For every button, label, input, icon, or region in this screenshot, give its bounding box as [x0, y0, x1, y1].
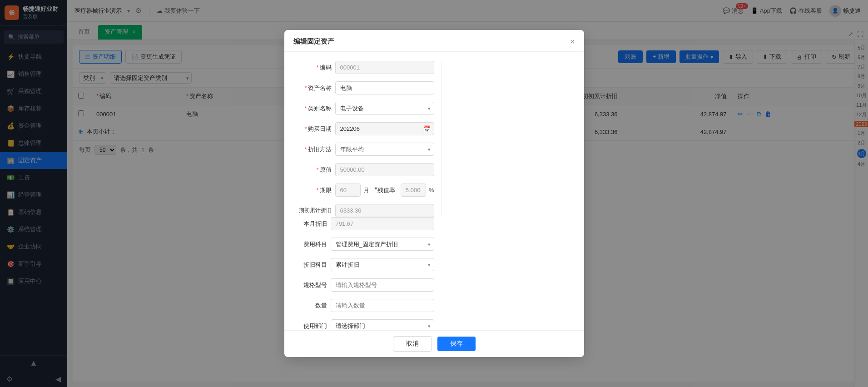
period-residual-row: 月 *残值率 % [335, 184, 434, 197]
cancel-button[interactable]: 取消 [393, 336, 432, 352]
form-grid: *编码 *资产名称 *类别名称 [295, 61, 573, 330]
form-item-category: *类别名称 电子设备 [295, 102, 434, 115]
form-item-purchase-date: *购买日期 📅 [295, 122, 434, 135]
form-item-initial-dep: 期初累计折旧 [295, 204, 434, 217]
dept-label: 使用部门 [295, 322, 327, 330]
original-value-input[interactable] [335, 163, 434, 176]
form-item-quantity: 数量 [295, 299, 434, 312]
form-item-original-value: *原值 [295, 163, 434, 176]
dep-subject-wrapper[interactable]: 累计折旧 [331, 258, 434, 271]
calendar-icon[interactable]: 📅 [423, 125, 431, 133]
original-value-label: *原值 [295, 166, 332, 174]
form-item-code: *编码 [295, 61, 434, 74]
form-item-dept: 使用部门 请选择部门 [295, 319, 434, 330]
dialog-header: 编辑固定资产 × [284, 30, 584, 52]
code-input[interactable] [335, 61, 434, 74]
dept-wrapper[interactable]: 请选择部门 [331, 319, 434, 330]
modal-overlay: 编辑固定资产 × *编码 *资产名称 [0, 0, 868, 387]
code-label: *编码 [295, 64, 332, 72]
form-item-dep-subject: 折旧科目 累计折旧 [295, 258, 434, 271]
form-item-monthly-dep: 本月折旧 [295, 217, 434, 230]
purchase-date-input[interactable] [335, 122, 434, 135]
period-label: *期限 [295, 186, 332, 194]
dep-subject-label: 折旧科目 [295, 261, 327, 269]
category-select[interactable]: 电子设备 [335, 102, 434, 115]
monthly-dep-label: 本月折旧 [295, 220, 327, 228]
period-unit: 月 [363, 186, 369, 194]
category-label: *类别名称 [295, 104, 332, 113]
initial-dep-label: 期初累计折旧 [295, 207, 332, 214]
dep-subject-select[interactable]: 累计折旧 [331, 258, 434, 271]
dialog-footer: 取消 保存 [284, 330, 584, 357]
category-select-wrapper[interactable]: 电子设备 [335, 102, 434, 115]
form-col-left: *编码 *资产名称 *类别名称 [295, 61, 434, 217]
quantity-label: 数量 [295, 302, 327, 310]
expense-subject-wrapper[interactable]: 管理费用_固定资产折旧 [331, 238, 434, 251]
spec-label: 规格型号 [295, 281, 327, 289]
form-item-dep-method: *折旧方法 年限平均 [295, 143, 434, 156]
save-button[interactable]: 保存 [437, 337, 476, 351]
spec-input[interactable] [331, 278, 434, 292]
quantity-input[interactable] [331, 299, 434, 312]
initial-dep-input[interactable] [335, 204, 434, 217]
req-star: *残值率 [375, 186, 395, 194]
form-item-spec: 规格型号 [295, 278, 434, 292]
dep-method-label: *折旧方法 [295, 145, 332, 154]
dep-method-select-wrapper[interactable]: 年限平均 [335, 143, 434, 156]
dep-method-select[interactable]: 年限平均 [335, 143, 434, 156]
form-item-period-residual: *期限 月 *残值率 % [295, 184, 434, 197]
edit-fixed-asset-dialog: 编辑固定资产 × *编码 *资产名称 [284, 30, 584, 357]
expense-subject-label: 费用科目 [295, 240, 327, 248]
dialog-title: 编辑固定资产 [293, 37, 334, 46]
expense-subject-select[interactable]: 管理费用_固定资产折旧 [331, 238, 434, 251]
dialog-close-btn[interactable]: × [570, 38, 575, 46]
dialog-body: *编码 *资产名称 *类别名称 [284, 52, 584, 330]
purchase-date-label: *购买日期 [295, 125, 332, 133]
form-item-expense-subject: 费用科目 管理费用_固定资产折旧 [295, 238, 434, 251]
monthly-dep-input [331, 217, 434, 230]
form-col-divider [441, 61, 442, 217]
period-input[interactable] [335, 184, 361, 197]
form-item-name: *资产名称 [295, 81, 434, 94]
name-input[interactable] [335, 81, 434, 94]
form-col-right: 本月折旧 费用科目 管理费用_固定资产折旧 [295, 217, 434, 330]
dept-select[interactable]: 请选择部门 [331, 319, 434, 330]
residual-rate-input[interactable] [401, 184, 426, 197]
name-label: *资产名称 [295, 84, 332, 92]
purchase-date-wrapper: 📅 [335, 122, 434, 135]
residual-unit: % [429, 187, 434, 194]
